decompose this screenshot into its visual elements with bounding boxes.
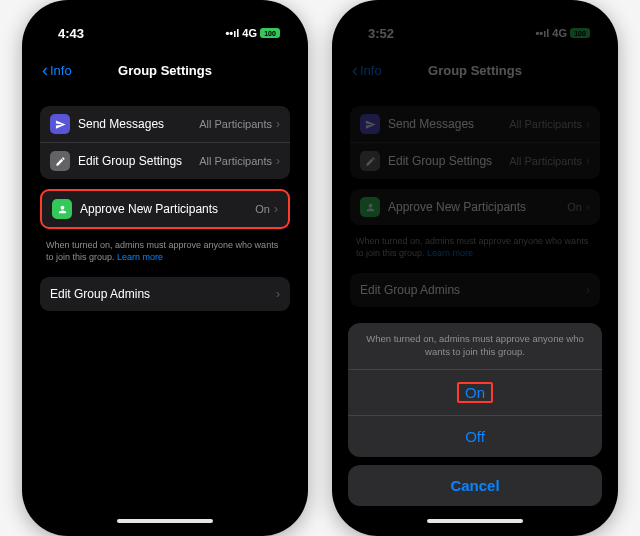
home-indicator[interactable]: [117, 519, 213, 523]
signal-icon: ••ıl: [535, 27, 549, 39]
row-send-messages[interactable]: Send Messages All Participants ›: [40, 106, 290, 142]
row-edit-group-admins[interactable]: Edit Group Admins ›: [40, 277, 290, 311]
battery-icon: 100: [260, 28, 280, 38]
cell-label: Edit Group Settings: [78, 154, 199, 168]
row-approve-new-participants[interactable]: Approve New Participants On ›: [42, 191, 288, 227]
cell-value: On: [567, 201, 582, 213]
cell-label: Approve New Participants: [388, 200, 567, 214]
learn-more-link[interactable]: Learn more: [427, 248, 473, 258]
chevron-left-icon: ‹: [352, 60, 358, 81]
cell-label: Approve New Participants: [80, 202, 255, 216]
approve-participants-icon: [360, 197, 380, 217]
chevron-right-icon: ›: [586, 117, 590, 131]
send-messages-icon: [360, 114, 380, 134]
edit-settings-icon: [360, 151, 380, 171]
back-label: Info: [50, 63, 72, 78]
highlight-box: On: [457, 382, 493, 403]
row-edit-group-settings[interactable]: Edit Group Settings All Participants ›: [350, 142, 600, 179]
sheet-option-off[interactable]: Off: [348, 415, 602, 457]
network-label: 4G: [242, 27, 257, 39]
approve-participants-icon: [52, 199, 72, 219]
cell-label: Edit Group Admins: [360, 283, 586, 297]
learn-more-link[interactable]: Learn more: [117, 252, 163, 262]
chevron-left-icon: ‹: [42, 60, 48, 81]
action-sheet: When turned on, admins must approve anyo…: [348, 323, 602, 457]
signal-icon: ••ıl: [225, 27, 239, 39]
cell-value: On: [255, 203, 270, 215]
send-messages-icon: [50, 114, 70, 134]
cell-label: Send Messages: [78, 117, 199, 131]
battery-icon: 100: [570, 28, 590, 38]
status-time: 3:52: [368, 26, 394, 41]
status-time: 4:43: [58, 26, 84, 41]
chevron-right-icon: ›: [586, 154, 590, 168]
highlight-box: Approve New Participants On ›: [40, 189, 290, 229]
chevron-right-icon: ›: [274, 202, 278, 216]
row-send-messages[interactable]: Send Messages All Participants ›: [350, 106, 600, 142]
cancel-button[interactable]: Cancel: [348, 465, 602, 506]
chevron-right-icon: ›: [276, 154, 280, 168]
cell-label: Send Messages: [388, 117, 509, 131]
cell-label: Edit Group Admins: [50, 287, 276, 301]
cell-value: All Participants: [199, 118, 272, 130]
cell-label: Edit Group Settings: [388, 154, 509, 168]
sheet-description: When turned on, admins must approve anyo…: [348, 323, 602, 370]
cell-value: All Participants: [509, 118, 582, 130]
row-edit-group-settings[interactable]: Edit Group Settings All Participants ›: [40, 142, 290, 179]
chevron-right-icon: ›: [586, 200, 590, 214]
section-footer-note: When turned on, admins must approve anyo…: [350, 235, 600, 273]
row-approve-new-participants[interactable]: Approve New Participants On ›: [350, 189, 600, 225]
page-title: Group Settings: [118, 63, 212, 78]
section-footer-note: When turned on, admins must approve anyo…: [40, 239, 290, 277]
nav-bar: ‹ Info Group Settings: [340, 48, 610, 92]
row-edit-group-admins[interactable]: Edit Group Admins ›: [350, 273, 600, 307]
nav-bar: ‹ Info Group Settings: [30, 48, 300, 92]
back-button[interactable]: ‹ Info: [352, 60, 382, 81]
chevron-right-icon: ›: [276, 287, 280, 301]
cell-value: All Participants: [199, 155, 272, 167]
cell-value: All Participants: [509, 155, 582, 167]
back-button[interactable]: ‹ Info: [42, 60, 72, 81]
edit-settings-icon: [50, 151, 70, 171]
chevron-right-icon: ›: [586, 283, 590, 297]
home-indicator[interactable]: [427, 519, 523, 523]
sheet-option-on[interactable]: On: [348, 370, 602, 415]
chevron-right-icon: ›: [276, 117, 280, 131]
back-label: Info: [360, 63, 382, 78]
network-label: 4G: [552, 27, 567, 39]
page-title: Group Settings: [428, 63, 522, 78]
